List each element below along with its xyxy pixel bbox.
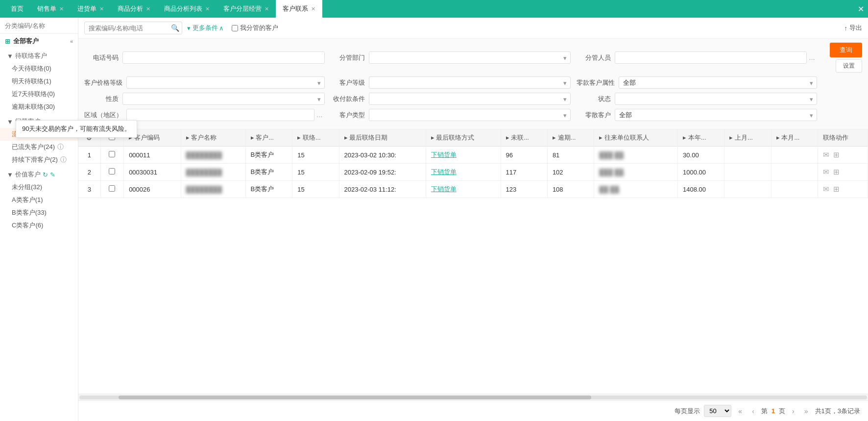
row3-grid-icon[interactable]: ⊞ <box>833 185 840 194</box>
pagination-first-btn[interactable]: « <box>735 406 745 416</box>
edit-icon[interactable]: ✎ <box>50 171 55 178</box>
filter-customer-type: 客户类型 <box>331 109 571 121</box>
row1-checkbox[interactable] <box>100 147 123 164</box>
filter-dept-select[interactable] <box>369 51 571 64</box>
row1-name: ████████ <box>181 147 245 164</box>
scrollbar-thumb[interactable] <box>119 396 591 399</box>
row3-mail-icon[interactable]: ✉ <box>823 185 829 194</box>
filter-payment-select[interactable] <box>369 93 571 105</box>
filter-customer-level-select[interactable] <box>369 76 571 89</box>
arrow-icon: ▼ <box>7 52 13 60</box>
col-last-month[interactable]: ▸ 上月... <box>724 129 771 147</box>
row1-mail-icon[interactable]: ✉ <box>823 150 829 159</box>
filter-payment: 收付款条件 <box>331 93 571 105</box>
filter-nature-label: 性质 <box>84 95 119 103</box>
tab-purchase[interactable]: 进货单 ✕ <box>71 0 111 18</box>
filter-nature: 性质 <box>84 93 325 105</box>
tab-analysis-list[interactable]: 商品分析列表 ✕ <box>157 0 217 18</box>
row3-checkbox[interactable] <box>100 181 123 198</box>
sidebar-item-churned[interactable]: 已流失客户(24) ⓘ <box>0 141 78 153</box>
sidebar-sub-title-pending[interactable]: ▼ 待联络客户 <box>0 50 78 62</box>
sidebar-item-c-class[interactable]: C类客户(6) <box>0 219 78 232</box>
tab-customer-tier[interactable]: 客户分层经营 ✕ <box>217 0 276 18</box>
filter-payment-wrap <box>369 93 571 105</box>
col-overdue[interactable]: ▸ 逾期... <box>547 129 594 147</box>
pagination-prev-btn[interactable]: ‹ <box>749 406 757 416</box>
filter-dept: 分管部门 <box>331 51 571 64</box>
search-input[interactable] <box>89 25 171 32</box>
filter-region-more[interactable]: … <box>314 111 325 119</box>
row2-last-method[interactable]: 下销货单 <box>426 164 501 181</box>
table-row: 2 00030031 ████████ B类客户 15 2023-02-09 1… <box>78 164 868 181</box>
col-contact-count[interactable]: ▸ 联络... <box>292 129 339 147</box>
export-btn[interactable]: ↑ 导出 <box>844 24 863 32</box>
filter-zero-customer-select[interactable]: 全部 <box>615 109 817 121</box>
filter-status-select[interactable] <box>615 93 817 105</box>
col-last-method[interactable]: ▸ 最后联络方式 <box>426 129 501 147</box>
settings-button[interactable]: 设置 <box>836 59 862 73</box>
row2-checkbox[interactable] <box>100 164 123 181</box>
sidebar-item-a-class[interactable]: A类客户(1) <box>0 194 78 206</box>
per-page-select[interactable]: 50 100 <box>704 405 731 417</box>
search-box[interactable]: 🔍 <box>84 22 182 34</box>
filter-row-1: 电话号码 分管部门 分管人员 … 查询 设置 <box>84 43 862 73</box>
filter-zero-attr-select[interactable]: 全部 <box>619 76 817 89</box>
sidebar-search-input[interactable] <box>5 22 78 29</box>
row3-last-method[interactable]: 下销货单 <box>426 181 501 198</box>
filter-price-level-select[interactable] <box>126 76 325 89</box>
filter-customer-type-select[interactable] <box>369 109 571 121</box>
tab-analysis-list-close[interactable]: ✕ <box>205 6 210 12</box>
row1-last-method[interactable]: 下销货单 <box>426 147 501 164</box>
row2-grid-icon[interactable]: ⊞ <box>833 168 840 176</box>
col-last-date[interactable]: ▸ 最后联络日期 <box>339 129 426 147</box>
filter-phone-input[interactable] <box>122 51 325 64</box>
col-uncontacted[interactable]: ▸ 未联... <box>501 129 547 147</box>
sidebar-item-ungrouped[interactable]: 未分组(32) <box>0 181 78 194</box>
scrollbar-track[interactable] <box>79 396 867 399</box>
filter-manager-input[interactable] <box>615 51 807 64</box>
sidebar-item-b-class[interactable]: B类客户(33) <box>0 206 78 219</box>
row2-mail-icon[interactable]: ✉ <box>823 168 829 176</box>
sidebar-item-overdue[interactable]: 逾期未联络(30) <box>0 100 78 113</box>
my-customer-checkbox[interactable] <box>232 25 238 31</box>
tab-sales-close[interactable]: ✕ <box>59 6 64 12</box>
col-this-year[interactable]: ▸ 本年... <box>678 129 724 147</box>
tab-purchase-close[interactable]: ✕ <box>99 6 104 12</box>
search-icon[interactable]: 🔍 <box>171 24 179 32</box>
row1-grid-icon[interactable]: ⊞ <box>833 150 840 159</box>
tab-customer-contact-close[interactable]: ✕ <box>311 6 315 12</box>
pagination-last-btn[interactable]: » <box>801 406 811 416</box>
pagination-current-page: 1 <box>772 407 775 415</box>
filter-region-label: 区域（地区） <box>84 111 122 120</box>
sidebar-item-declining[interactable]: 持续下滑客户(2) ⓘ <box>0 153 78 166</box>
filter-manager-more[interactable]: … <box>807 54 817 61</box>
tab-analysis[interactable]: 商品分析 ✕ <box>111 0 157 18</box>
row1-code: 000011 <box>124 147 181 164</box>
filter-nature-select[interactable] <box>122 93 325 105</box>
sidebar-all-customers[interactable]: ⊞ 全部客户 « <box>0 34 78 49</box>
more-filter-btn[interactable]: ▾ 更多条件 ∧ <box>187 24 224 32</box>
col-this-month[interactable]: ▸ 本月... <box>771 129 818 147</box>
refresh-icon[interactable]: ↻ <box>43 171 48 178</box>
tab-analysis-close[interactable]: ✕ <box>146 6 150 12</box>
tab-customer-tier-close[interactable]: ✕ <box>265 6 269 12</box>
window-close-btn[interactable]: ✕ <box>858 4 864 14</box>
sidebar-collapse-btn[interactable]: « <box>70 38 73 44</box>
col-contact-person[interactable]: ▸ 往来单位联系人 <box>594 129 678 147</box>
col-type[interactable]: ▸ 客户... <box>245 129 292 147</box>
query-button[interactable]: 查询 <box>830 43 862 57</box>
sidebar-sub-title-value[interactable]: ▼ 价值客户 ↻ ✎ <box>0 168 78 181</box>
col-name[interactable]: ▸ 客户名称 <box>181 129 245 147</box>
tab-home[interactable]: 首页 <box>4 0 30 18</box>
row3-this-month <box>771 181 818 198</box>
horizontal-scrollbar[interactable] <box>78 394 868 400</box>
tab-sales[interactable]: 销售单 ✕ <box>30 0 71 18</box>
sidebar-item-today[interactable]: 今天待联络(0) <box>0 62 78 75</box>
tab-customer-contact[interactable]: 客户联系 ✕ <box>276 0 322 18</box>
sidebar-item-tomorrow[interactable]: 明天待联络(1) <box>0 75 78 88</box>
filter-region-input[interactable] <box>126 109 314 121</box>
pagination-next-btn[interactable]: › <box>789 406 797 416</box>
filter-status-wrap <box>615 93 817 105</box>
my-customer-checkbox-wrap[interactable]: 我分管的客户 <box>232 24 278 32</box>
sidebar-item-7days[interactable]: 近7天待联络(0) <box>0 88 78 100</box>
